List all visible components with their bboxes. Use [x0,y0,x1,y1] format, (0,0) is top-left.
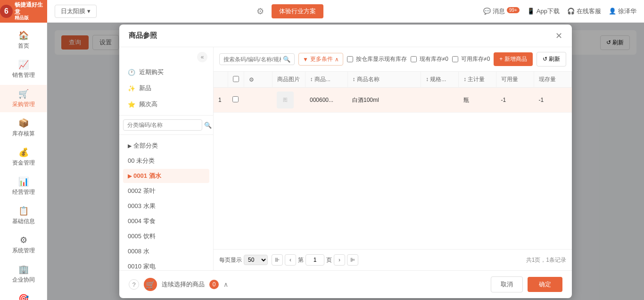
sidebar-item-purchase[interactable]: 🛒 采购管理 [0,85,47,112]
available-nonzero-checkbox[interactable] [452,56,458,62]
finance-icon: 💰 [18,147,29,158]
recent-purchase-item[interactable]: 🕐 近期购买 [123,65,209,79]
product-search-input[interactable] [223,56,281,63]
sidebar-item-enterprise[interactable]: 🏢 企业协同 [0,260,47,288]
selected-label: 连续选择的商品 [162,280,205,289]
expand-icon[interactable]: ∧ [223,281,228,288]
sidebar-item-system[interactable]: ⚙ 系统管理 [0,231,47,258]
refresh-button[interactable]: ↺ 刷新 [537,52,566,67]
dialog-left-panel: « 🕐 近期购买 ✨ 新品 ⭐ [119,47,214,270]
app-download-item[interactable]: 📱 App下载 [527,7,560,16]
col-unit-header[interactable]: ↕ 主计量 [459,72,496,88]
category-search-input[interactable] [123,119,202,131]
new-icon: ✨ [128,85,135,92]
user-item[interactable]: 👤 徐泽华 [609,7,636,16]
col-stock-header: 现存量 [534,72,572,88]
purchase-icon: 🛒 [18,89,29,99]
row-checkbox[interactable] [232,96,239,102]
high-frequency-item[interactable]: ⭐ 频次高 [123,97,209,111]
table-row[interactable]: 1 图 000600... [214,88,572,113]
toolbar-right: + 新增商品 ↺ 刷新 [494,52,566,67]
search-icon[interactable]: 🔍 [204,122,212,129]
col-checkbox [228,72,244,88]
cart-icon[interactable]: 🛒 [144,278,157,291]
prev-page-button[interactable]: ‹ [285,254,296,266]
product-table-container: ⚙ 商品图片 ↕ 商品... ↕ 商品名称 ↕ 规格... ↕ 主计量 可用量 … [214,72,572,249]
close-icon[interactable]: ✕ [555,32,562,40]
category-item-snack[interactable]: 0004 零食 [123,214,209,228]
gear-icon[interactable]: ⚙ [256,6,264,17]
category-item-all[interactable]: ▶ 全部分类 [123,139,209,153]
last-page-button[interactable]: ⊫ [347,254,358,266]
sidebar: 🏠 首页 📈 销售管理 🛒 采购管理 📦 库存核算 💰 资金管理 📊 经营管理 … [0,23,47,300]
cell-checkbox[interactable] [228,88,244,113]
col-name-header[interactable]: ↕ 商品名称 [347,72,421,88]
filter-button[interactable]: ▼ 更多条件 ∧ [298,53,343,66]
dialog-header: 商品参照 ✕ [119,25,572,47]
category-item-fruit[interactable]: 0003 水果 [123,199,209,213]
confirm-button[interactable]: 确定 [528,277,562,292]
guide-icon: 🎯 [18,293,29,300]
category-item-appliance[interactable]: 0010 家电 [123,259,209,270]
cell-code: 000600... [305,88,347,113]
dialog-right-panel: 🔍 ▼ 更多条件 ∧ 按仓库显示现有库存 [214,47,572,270]
category-item-tea[interactable]: 0002 茶叶 [123,184,209,198]
online-service-item[interactable]: 🎧 在线客服 [567,7,601,16]
sidebar-item-sales[interactable]: 📈 销售管理 [0,56,47,83]
per-page-select[interactable]: 50 100 200 [244,255,268,265]
enterprise-icon: 🏢 [18,264,29,275]
operations-icon: 📊 [18,176,29,187]
category-item-alcohol[interactable]: ▶ 0001 酒水 [123,169,209,183]
col-settings-icon[interactable]: ⚙ [244,72,272,88]
product-thumbnail: 图 [277,92,294,108]
cancel-button[interactable]: 取消 [491,276,523,292]
dialog-toolbar: 🔍 ▼ 更多条件 ∧ 按仓库显示现有库存 [214,47,572,72]
arrow-right-icon: ▶ [128,143,132,149]
col-spec-header[interactable]: ↕ 规格... [421,72,459,88]
collapse-button[interactable]: « [197,52,207,62]
col-code-header[interactable]: ↕ 商品... [305,72,347,88]
warehouse-checkbox[interactable] [347,56,353,62]
next-page-button[interactable]: › [334,254,345,266]
main-layout: 🏠 首页 📈 销售管理 🛒 采购管理 📦 库存核算 💰 资金管理 📊 经营管理 … [0,23,644,300]
new-product-item[interactable]: ✨ 新品 [123,81,209,95]
sidebar-item-operations[interactable]: 📊 经营管理 [0,173,47,200]
sales-icon: 📈 [18,59,29,70]
category-list: ▶ 全部分类 00 未分类 ▶ 0001 酒水 0002 茶 [119,135,213,270]
select-all-checkbox[interactable] [233,76,239,82]
sidebar-item-home[interactable]: 🏠 首页 [0,26,47,54]
star-icon: ⭐ [128,101,135,108]
phone-icon: 📱 [527,8,535,15]
add-product-button[interactable]: + 新增商品 [494,52,532,66]
trial-button[interactable]: 体验行业方案 [272,4,323,18]
product-search-box[interactable]: 🔍 [219,53,295,65]
cell-empty [244,88,272,113]
sidebar-item-basic[interactable]: 📋 基础信息 [0,202,47,229]
help-icon[interactable]: ? [129,279,139,290]
user-icon: 👤 [609,8,616,15]
dialog-title: 商品参照 [129,31,157,40]
message-item[interactable]: 💬 消息 99+ [483,7,520,16]
system-icon: ⚙ [20,235,27,245]
logo-icon: 6 [0,5,13,18]
sidebar-item-inventory[interactable]: 📦 库存核算 [0,114,47,142]
product-reference-dialog: 商品参照 ✕ « 🕐 近期购买 [119,25,572,298]
arrow-right-icon-2: ▶ [128,173,132,179]
col-available-header[interactable]: 可用量 [496,72,534,88]
first-page-button[interactable]: ⊪ [272,254,283,266]
sidebar-item-guide[interactable]: 🎯 新手引导 [0,290,47,300]
category-item-uncategorized[interactable]: 00 未分类 [123,154,209,168]
company-dropdown[interactable]: 日太阳膜 ▾ [55,5,97,18]
page-number-input[interactable] [305,254,324,266]
sidebar-item-finance[interactable]: 💰 资金管理 [0,143,47,171]
category-item-water[interactable]: 0008 水 [123,244,209,258]
footer-left: ? 🛒 连续选择的商品 0 ∧ [129,278,228,291]
inventory-icon: 📦 [18,118,29,128]
stock-nonzero-checkbox[interactable] [411,56,417,62]
basic-icon: 📋 [18,206,29,216]
cell-unit: 瓶 [459,88,496,113]
category-item-drink[interactable]: 0005 饮料 [123,229,209,243]
headset-icon: 🎧 [567,8,575,15]
product-table: ⚙ 商品图片 ↕ 商品... ↕ 商品名称 ↕ 规格... ↕ 主计量 可用量 … [214,72,572,113]
dialog-body: « 🕐 近期购买 ✨ 新品 ⭐ [119,47,572,270]
